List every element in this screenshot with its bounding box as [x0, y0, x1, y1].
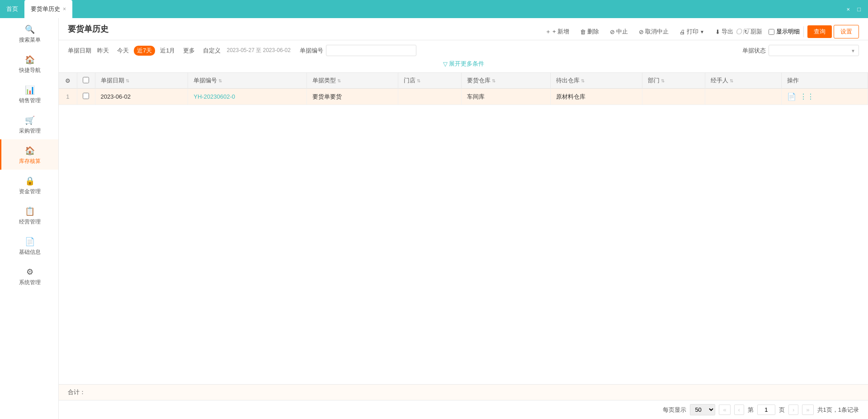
refresh-button[interactable]: ↻ 刷新 [740, 25, 767, 38]
td-pending-warehouse: 原材料仓库 [551, 89, 642, 105]
summary-label: 合计： [68, 389, 85, 395]
sidebar-item-search-menu[interactable]: 🔍 搜索菜单 [0, 18, 58, 48]
status-select[interactable] [769, 45, 859, 56]
refresh-label: 刷新 [750, 28, 762, 36]
th-dept[interactable]: 部门⇅ [642, 73, 705, 89]
th-date[interactable]: 单据日期⇅ [95, 73, 188, 89]
total-records-label: 共1页，1条记录 [817, 406, 859, 414]
status-filter-group: 单据状态 [742, 45, 859, 56]
sidebar-item-basic-info[interactable]: 📄 基础信息 [0, 230, 58, 261]
purchase-mgmt-icon: 🛒 [25, 115, 35, 125]
td-checkbox [77, 89, 95, 105]
table-header-row: ⚙ 单据日期⇅ 单据编号⇅ 单据类型⇅ 门店⇅ 要货仓库⇅ 待出仓库⇅ 部门⇅ … [59, 73, 868, 89]
th-pending-warehouse[interactable]: 待出仓库⇅ [551, 73, 642, 89]
tab-close-icon[interactable]: × [63, 6, 66, 12]
stop-button[interactable]: ⊘ 中止 [605, 25, 632, 38]
select-all-checkbox[interactable] [83, 77, 89, 83]
export-label: 导出 [722, 28, 733, 36]
th-settings[interactable]: ⚙ [59, 73, 77, 89]
display-detail-checkbox[interactable] [769, 29, 774, 35]
td-action: 📄 ⋮⋮ [781, 89, 868, 105]
date-btn-more[interactable]: 更多 [180, 46, 198, 56]
bill-no-link[interactable]: YH-20230602-0 [193, 93, 235, 100]
status-filter-label: 单据状态 [742, 47, 766, 55]
expand-row: ▽ 展开更多条件 [68, 60, 859, 68]
date-filter-group: 单据日期 昨天 今天 近7天 近1月 更多 自定义 2023-05-27 至 2… [68, 46, 291, 56]
export-button[interactable]: ⬇ 导出 [711, 25, 738, 38]
tab-requisition-label: 要货单历史 [31, 5, 60, 13]
sidebar-item-finance-label: 资金管理 [19, 188, 41, 195]
page-size-label: 每页显示 [663, 406, 686, 414]
sort-type-icon: ⇅ [337, 78, 341, 83]
first-page-button[interactable]: « [719, 405, 730, 415]
filter-row-1: 单据日期 昨天 今天 近7天 近1月 更多 自定义 2023-05-27 至 2… [68, 45, 859, 56]
date-btn-1month[interactable]: 近1月 [157, 46, 178, 56]
tab-requisition-history[interactable]: 要货单历史 × [24, 0, 72, 18]
expand-more-btn[interactable]: ▽ 展开更多条件 [443, 60, 484, 68]
th-store[interactable]: 门店⇅ [398, 73, 461, 89]
row-checkbox[interactable] [83, 93, 89, 99]
top-bar: 首页 要货单历史 × × □ [0, 0, 868, 18]
next-page-button[interactable]: › [788, 405, 798, 415]
sort-no-icon: ⇅ [218, 78, 222, 83]
operations-mgmt-icon: 📋 [25, 206, 35, 216]
print-icon: 🖨 [679, 29, 685, 35]
date-range-display: 2023-05-27 至 2023-06-02 [226, 47, 290, 54]
sidebar: 🔍 搜索菜单 🏠 快捷导航 📊 销售管理 🛒 采购管理 🏠 库存核算 🔒 资金管… [0, 18, 59, 419]
delete-label: 删除 [587, 28, 599, 36]
billno-input[interactable] [326, 45, 416, 56]
sidebar-item-sales-mgmt[interactable]: 📊 销售管理 [0, 79, 58, 109]
sort-store-icon: ⇅ [417, 78, 420, 83]
close-window-icon[interactable]: × [847, 6, 850, 13]
date-btn-today[interactable]: 今天 [114, 46, 132, 56]
basic-info-icon: 📄 [25, 237, 35, 247]
inventory-icon: 🏠 [25, 146, 35, 156]
sidebar-item-finance-mgmt[interactable]: 🔒 资金管理 [0, 170, 58, 200]
sidebar-item-quick-nav-label: 快捷导航 [19, 67, 41, 74]
date-btn-custom[interactable]: 自定义 [200, 46, 224, 56]
system-mgmt-icon: ⚙ [26, 267, 33, 277]
sidebar-item-system-mgmt[interactable]: ⚙ 系统管理 [0, 261, 58, 291]
print-button[interactable]: 🖨 打印 ▼ [675, 25, 709, 38]
setting-button[interactable]: 设置 [834, 25, 859, 38]
display-detail-toggle[interactable]: 显示明细 [769, 28, 800, 36]
th-type[interactable]: 单据类型⇅ [307, 73, 398, 89]
top-bar-right: × □ [847, 6, 868, 13]
page-label: 页 [779, 406, 785, 414]
edit-action-icon[interactable]: 📄 [787, 92, 796, 101]
sidebar-item-quick-nav[interactable]: 🏠 快捷导航 [0, 48, 58, 79]
sidebar-item-operations-mgmt[interactable]: 📋 经营管理 [0, 200, 58, 230]
th-action: 操作 [781, 73, 868, 89]
minimize-window-icon[interactable]: □ [857, 6, 861, 13]
query-button[interactable]: 查询 [807, 25, 832, 38]
sidebar-item-purchase-label: 采购管理 [19, 127, 41, 135]
display-detail-label: 显示明细 [776, 28, 800, 36]
sidebar-item-search-menu-label: 搜索菜单 [19, 36, 41, 44]
page-input-label: 第 [748, 406, 754, 414]
prev-page-button[interactable]: ‹ [734, 405, 744, 415]
page-number-input[interactable] [757, 405, 775, 415]
date-btn-yesterday[interactable]: 昨天 [94, 46, 112, 56]
td-no[interactable]: YH-20230602-0 [188, 89, 307, 105]
date-btn-7days[interactable]: 近7天 [134, 46, 155, 56]
new-button[interactable]: ＋ + 新增 [541, 25, 574, 38]
td-dept [642, 89, 705, 105]
th-handler[interactable]: 经手人⇅ [705, 73, 782, 89]
last-page-button[interactable]: » [802, 405, 813, 415]
stop-label: 中止 [616, 28, 628, 36]
page-size-select[interactable]: 50 20 100 200 [690, 404, 715, 415]
sidebar-item-inventory[interactable]: 🏠 库存核算 [0, 139, 58, 170]
sort-pending-warehouse-icon: ⇅ [581, 78, 585, 83]
tab-home[interactable]: 首页 [0, 0, 24, 18]
cancel-stop-button[interactable]: ⊘ 取消中止 [634, 25, 673, 38]
more-action-icon[interactable]: ⋮⋮ [800, 92, 814, 101]
th-req-warehouse[interactable]: 要货仓库⇅ [461, 73, 551, 89]
sidebar-item-purchase-mgmt[interactable]: 🛒 采购管理 [0, 109, 58, 139]
delete-icon: 🗑 [580, 29, 586, 35]
sort-dept-icon: ⇅ [661, 78, 665, 83]
sales-mgmt-icon: 📊 [25, 85, 35, 95]
th-no[interactable]: 单据编号⇅ [188, 73, 307, 89]
status-select-wrapper [769, 45, 859, 56]
delete-button[interactable]: 🗑 删除 [576, 25, 604, 38]
refresh-icon: ↻ [744, 29, 749, 35]
